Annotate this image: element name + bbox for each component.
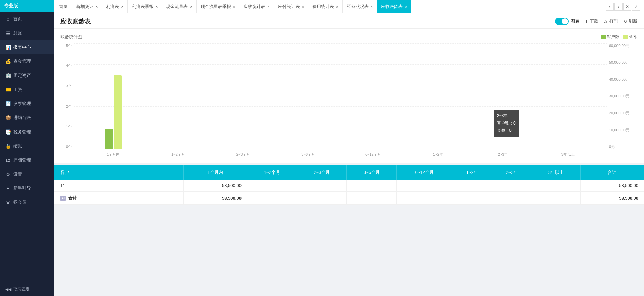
y-right-50000: 50,000.00元: [609, 60, 629, 65]
tab-payable-stat-label: 应付统计表: [278, 4, 300, 10]
total-12year: [452, 192, 492, 205]
tab-expense-stat[interactable]: 费用统计表 ×: [308, 0, 342, 13]
y-right-60000: 60,000.00元: [609, 43, 629, 48]
bar-green-1month: [105, 129, 113, 149]
sidebar-item-salary[interactable]: 💳 工资: [0, 83, 54, 97]
sidebar-item-settings[interactable]: ⚙ 设置: [0, 167, 54, 181]
download-button[interactable]: ⬇ 下载: [585, 18, 598, 24]
refresh-label: 刷新: [629, 18, 637, 24]
page-title: 应收账龄表: [60, 17, 91, 26]
col-header-total: 合计: [580, 165, 644, 180]
tab-aging[interactable]: 应收账龄表 ×: [377, 0, 411, 13]
legend-customer-dot: [601, 35, 606, 39]
sidebar-item-archive[interactable]: 🗂 归档管理: [0, 153, 54, 167]
col-header-23month: 2~3个月: [297, 165, 347, 180]
tab-expense-stat-close[interactable]: ×: [336, 5, 338, 9]
tab-business-stat[interactable]: 经营状况表 ×: [343, 0, 377, 13]
home-icon: ⌂: [5, 16, 11, 22]
tab-payable-stat-close[interactable]: ×: [302, 5, 304, 9]
tab-cashflow-close[interactable]: ×: [190, 5, 192, 9]
tab-prev-button[interactable]: ‹: [606, 3, 614, 11]
tab-voucher-label: 新增凭证: [76, 4, 94, 10]
tab-profit-quarterly[interactable]: 利润表季报 ×: [128, 0, 162, 13]
print-label: 打印: [609, 18, 618, 24]
y-axis-left: 5个 4个 3个 2个 1个 0个: [60, 43, 74, 157]
tab-voucher[interactable]: 新增凭证 ×: [72, 0, 102, 13]
data-table: 客户 1个月内 1~2个月 2~3个月 3~6个月 6~12个月 1~2年 2~…: [54, 165, 644, 205]
x-label-1month: 1个月内: [103, 152, 123, 157]
tab-cashflow-label: 现金流量表: [166, 4, 188, 10]
col-header-12year: 1~2年: [452, 165, 492, 180]
y-right-0: 0元: [609, 144, 615, 149]
tab-home[interactable]: 首页: [55, 0, 72, 13]
total-3plusyear: [532, 192, 581, 205]
cell-23month: [297, 180, 347, 192]
sidebar-item-invoice[interactable]: 🧾 发票管理: [0, 97, 54, 111]
tab-expand-button[interactable]: ⤢: [632, 3, 640, 11]
sidebar-item-ledger[interactable]: ☰ 总账: [0, 26, 54, 40]
tab-receivable-stat-close[interactable]: ×: [267, 5, 269, 9]
col-header-23year: 2~3年: [492, 165, 532, 180]
y-left-0: 0个: [66, 144, 72, 149]
tab-voucher-close[interactable]: ×: [96, 5, 98, 9]
total-12month: [247, 192, 297, 205]
y-left-3: 3个: [66, 84, 72, 89]
tab-profit[interactable]: 利润表 ×: [102, 0, 127, 13]
x-label-3plusyear: 3年以上: [558, 152, 578, 157]
bar-group-1month: [105, 75, 122, 149]
x-label-36month: 3~6个月: [298, 152, 318, 157]
cell-612month: [396, 180, 452, 192]
tab-profit-close[interactable]: ×: [121, 5, 123, 9]
sidebar-item-reports[interactable]: 📊 报表中心: [0, 40, 54, 54]
tab-next-button[interactable]: ›: [614, 3, 623, 11]
main-content: 首页 新增凭证 × 利润表 × 利润表季报 × 现金流量表 × 现金流量表季报 …: [54, 0, 644, 296]
chart-toggle[interactable]: 图表: [555, 18, 579, 25]
y-right-20000: 20,000.00元: [609, 111, 629, 116]
table-row: 11 58,500.00 58,500.00: [54, 180, 644, 192]
sidebar-item-funds[interactable]: 💰 资金管理: [0, 54, 54, 68]
y-right-10000: 10,000.00元: [609, 128, 629, 133]
legend-customer-label: 客户数: [607, 34, 619, 40]
tab-cashflow-quarterly-close[interactable]: ×: [233, 5, 235, 9]
sidebar-item-assets[interactable]: 🏢 固定资产: [0, 68, 54, 83]
y-right-30000: 30,000.00元: [609, 94, 629, 99]
tab-business-stat-close[interactable]: ×: [371, 5, 373, 9]
sidebar-item-tax[interactable]: 📑 税务管理: [0, 125, 54, 139]
total-total: 58,500.00: [580, 192, 644, 205]
sidebar-item-label: 新手引导: [13, 185, 31, 191]
pin-label: 取消固定: [13, 286, 30, 292]
table-total-row: Ai 合计 58,500.00 58,500.00: [54, 192, 644, 205]
col-header-36month: 3~6个月: [347, 165, 397, 180]
cell-customer: 11: [54, 180, 183, 192]
print-icon: 🖨: [604, 19, 608, 24]
sidebar: 专业版 ⌂ 首页 ☰ 总账 📊 报表中心 💰 资金管理 🏢 固定资产 💳 工资 …: [0, 0, 54, 296]
tab-aging-close[interactable]: ×: [405, 5, 407, 9]
y-left-4: 4个: [66, 63, 72, 68]
archive-icon: 🗂: [5, 157, 11, 163]
sidebar-toggle-pin[interactable]: ◀◀ 取消固定: [0, 282, 54, 296]
tab-receivable-stat[interactable]: 应收统计表 ×: [239, 0, 274, 13]
y-axis-right: 60,000.00元 50,000.00元 40,000.00元 30,000.…: [607, 43, 637, 157]
sidebar-item-home[interactable]: ⌂ 首页: [0, 12, 54, 26]
tab-profit-quarterly-close[interactable]: ×: [156, 5, 158, 9]
tax-icon: 📑: [5, 129, 11, 135]
tab-bar: 首页 新增凭证 × 利润表 × 利润表季报 × 现金流量表 × 现金流量表季报 …: [54, 0, 644, 13]
refresh-icon: ↻: [624, 19, 627, 24]
tab-cashflow-quarterly[interactable]: 现金流量表季报 ×: [197, 0, 239, 13]
chart-vertical-line: [507, 43, 507, 149]
cell-36month: [347, 180, 397, 192]
print-button[interactable]: 🖨 打印: [604, 18, 618, 24]
x-label-23year: 2~3年: [493, 152, 513, 157]
ledger-icon: ☰: [5, 31, 11, 36]
tab-close-all-button[interactable]: ✕: [623, 3, 631, 11]
sidebar-item-close[interactable]: 🔒 结账: [0, 139, 54, 153]
tab-cashflow[interactable]: 现金流量表 ×: [162, 0, 196, 13]
page-actions: 图表 ⬇ 下载 🖨 打印 ↻ 刷新: [555, 18, 637, 25]
sidebar-item-inventory[interactable]: 📦 进销台账: [0, 111, 54, 125]
tab-payable-stat[interactable]: 应付统计表 ×: [274, 0, 308, 13]
sidebar-item-guide[interactable]: ✦ 新手引导: [0, 181, 54, 195]
sidebar-item-vip[interactable]: V 畅会员: [0, 195, 54, 209]
refresh-button[interactable]: ↻ 刷新: [624, 18, 637, 24]
toggle-switch-control[interactable]: [555, 18, 569, 25]
reports-icon: 📊: [5, 45, 11, 50]
